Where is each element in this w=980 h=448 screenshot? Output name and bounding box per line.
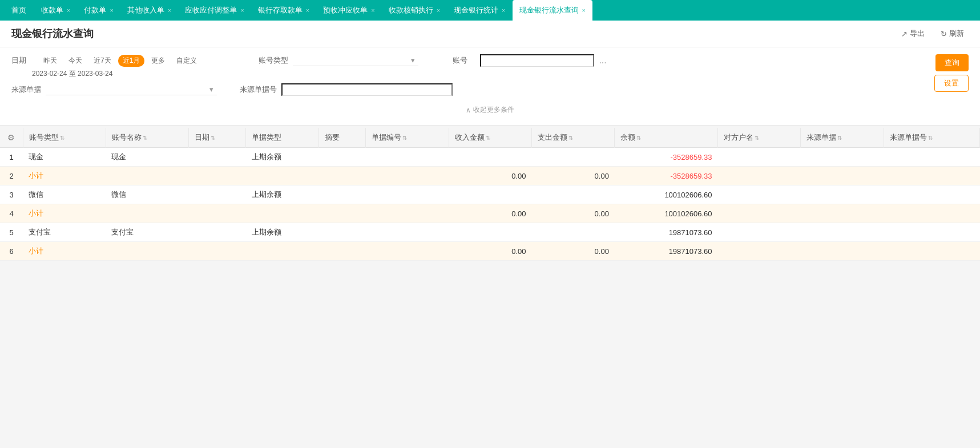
nav-tab-5[interactable]: 预收冲应收单×: [316, 0, 381, 21]
source-doc-no-label: 来源单据号: [240, 84, 277, 95]
header-expense[interactable]: 支出金额⇅: [532, 128, 615, 148]
refresh-button[interactable]: ↻ 刷新: [936, 26, 969, 41]
row-account-name-3: [106, 204, 188, 223]
header-date[interactable]: 日期⇅: [189, 128, 246, 148]
account-label: 账号: [453, 55, 475, 66]
row-counterpart-3: [718, 204, 801, 223]
row-source-doc-no-1: [884, 167, 979, 185]
account-type-label: 账号类型: [259, 55, 288, 66]
header-counterpart[interactable]: 对方户名⇅: [718, 128, 801, 148]
source-doc-chevron-icon: ▾: [209, 85, 213, 94]
gear-settings-icon[interactable]: ⚙: [7, 133, 15, 142]
source-doc-no-input[interactable]: [281, 83, 453, 96]
row-counterpart-1: [718, 167, 801, 185]
account-type-filter-group: 账号类型 ▾: [259, 55, 418, 66]
row-expense-4: [532, 223, 615, 242]
sort-icon-expense[interactable]: ⇅: [568, 135, 573, 141]
table-row: 6小计0.000.0019871073.60: [0, 242, 980, 261]
row-doc-type-4: 上期余额: [246, 223, 319, 242]
nav-tab-label-8: 现金银行流水查询: [519, 5, 579, 15]
row-income-5: 0.00: [449, 242, 531, 261]
row-index-1: 2: [0, 167, 23, 185]
row-summary-4: [318, 223, 365, 242]
nav-tab-close-2[interactable]: ×: [168, 7, 171, 14]
source-doc-select[interactable]: ▾: [46, 84, 217, 95]
header-actions: ↗ 导出 ↻ 刷新: [897, 26, 969, 41]
nav-tab-8[interactable]: 现金银行流水查询×: [513, 0, 592, 21]
row-index-4: 5: [0, 223, 23, 242]
nav-tab-2[interactable]: 其他收入单×: [120, 0, 178, 21]
nav-tab-close-7[interactable]: ×: [502, 7, 505, 14]
date-shortcut-1[interactable]: 今天: [64, 55, 87, 67]
nav-tab-close-3[interactable]: ×: [240, 7, 244, 14]
date-shortcut-4[interactable]: 更多: [147, 55, 170, 67]
header-account_type[interactable]: 账号类型⇅: [23, 128, 106, 148]
row-source-doc-2: [801, 185, 884, 204]
row-expense-5: 0.00: [532, 242, 615, 261]
row-doc-type-5: [246, 242, 319, 261]
nav-home[interactable]: 首页: [5, 5, 33, 15]
row-balance-4: 19871073.60: [615, 223, 718, 242]
nav-tab-close-8[interactable]: ×: [582, 7, 586, 14]
account-type-select[interactable]: ▾: [293, 55, 418, 66]
row-index-2: 3: [0, 185, 23, 204]
header-account_name[interactable]: 账号名称⇅: [106, 128, 188, 148]
sort-icon-account_name[interactable]: ⇅: [143, 135, 147, 141]
nav-tab-label-4: 银行存取款单: [258, 5, 303, 15]
account-more-button[interactable]: ...: [599, 55, 606, 66]
nav-tab-close-6[interactable]: ×: [437, 7, 440, 14]
row-expense-3: 0.00: [532, 204, 615, 223]
query-button[interactable]: 查询: [935, 54, 969, 71]
sort-icon-balance[interactable]: ⇅: [636, 135, 641, 141]
header-source_doc[interactable]: 来源单据⇅: [801, 128, 884, 148]
sort-icon-counterpart[interactable]: ⇅: [755, 135, 759, 141]
date-shortcut-0[interactable]: 昨天: [39, 55, 62, 67]
nav-tab-6[interactable]: 收款核销执行×: [382, 0, 447, 21]
table-row: 3微信微信上期余额100102606.60: [0, 185, 980, 204]
table-row: 5支付宝支付宝上期余额19871073.60: [0, 223, 980, 242]
export-button[interactable]: ↗ 导出: [897, 26, 929, 41]
account-input[interactable]: [480, 54, 594, 67]
header-balance[interactable]: 余额⇅: [615, 128, 718, 148]
nav-tab-0[interactable]: 收款单×: [34, 0, 77, 21]
table-container: ⚙账号类型⇅账号名称⇅日期⇅单据类型摘要单据编号⇅收入金额⇅支出金额⇅余额⇅对方…: [0, 128, 980, 261]
row-expense-2: [532, 185, 615, 204]
sort-icon-account_type[interactable]: ⇅: [60, 135, 64, 141]
row-account-name-5: [106, 242, 188, 261]
row-summary-1: [318, 167, 365, 185]
row-summary-2: [318, 185, 365, 204]
row-source-doc-no-0: [884, 148, 979, 167]
nav-tab-close-5[interactable]: ×: [371, 7, 374, 14]
sort-icon-doc_no[interactable]: ⇅: [402, 135, 407, 141]
sort-icon-date[interactable]: ⇅: [211, 135, 215, 141]
nav-tab-close-1[interactable]: ×: [110, 7, 113, 14]
nav-tab-1[interactable]: 付款单×: [77, 0, 120, 21]
header-doc_no[interactable]: 单据编号⇅: [366, 128, 449, 148]
row-income-2: [449, 185, 531, 204]
settings-button[interactable]: 设置: [934, 75, 969, 92]
nav-tab-7[interactable]: 现金银行统计×: [447, 0, 512, 21]
sort-icon-source_doc_no[interactable]: ⇅: [928, 135, 933, 141]
row-counterpart-2: [718, 185, 801, 204]
date-shortcut-5[interactable]: 自定义: [172, 55, 201, 67]
nav-tab-close-4[interactable]: ×: [306, 7, 309, 14]
refresh-icon: ↻: [941, 30, 947, 38]
nav-tab-label-7: 现金银行统计: [454, 5, 498, 15]
collapse-bar[interactable]: ∧ 收起更多条件: [11, 102, 969, 118]
source-doc-label: 来源单据: [11, 84, 41, 95]
date-shortcut-2[interactable]: 近7天: [89, 55, 116, 67]
source-doc-no-filter-group: 来源单据号: [240, 83, 453, 96]
date-shortcut-3[interactable]: 近1月: [118, 55, 145, 67]
row-account-type-1: 小计: [23, 167, 106, 185]
header-source_doc_no[interactable]: 来源单据号⇅: [884, 128, 979, 148]
row-doc-no-3: [366, 204, 449, 223]
nav-tab-3[interactable]: 应收应付调整单×: [178, 0, 251, 21]
header-income[interactable]: 收入金额⇅: [449, 128, 531, 148]
nav-tab-close-0[interactable]: ×: [67, 7, 70, 14]
sort-icon-source_doc[interactable]: ⇅: [837, 135, 842, 141]
row-doc-type-0: 上期余额: [246, 148, 319, 167]
right-actions: 查询 设置: [934, 54, 969, 92]
row-balance-3: 100102606.60: [615, 204, 718, 223]
nav-tab-4[interactable]: 银行存取款单×: [251, 0, 316, 21]
sort-icon-income[interactable]: ⇅: [486, 135, 490, 141]
